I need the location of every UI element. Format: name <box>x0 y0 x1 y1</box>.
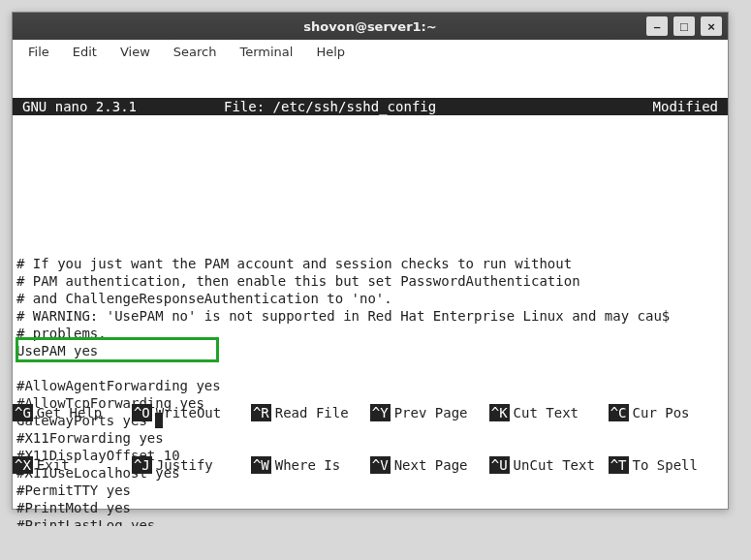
shortcut: ^UUnCut Text <box>489 456 609 474</box>
shortcut-label: Get Help <box>33 404 102 421</box>
nano-filename: File: /etc/ssh/sshd_config <box>137 98 653 115</box>
shortcut-key: ^R <box>251 404 271 421</box>
shortcut-key: ^V <box>370 456 391 474</box>
editor-line: # and ChallengeResponseAuthentication to… <box>16 290 724 307</box>
shortcut-label: Read File <box>271 404 349 421</box>
nano-version: GNU nano 2.3.1 <box>13 98 137 115</box>
shortcut-key: ^T <box>609 456 629 474</box>
close-button[interactable]: × <box>701 16 722 36</box>
editor-line: #PrintLastLog yes <box>16 516 724 526</box>
shortcut: ^XExit <box>13 456 132 474</box>
maximize-button[interactable]: □ <box>673 16 695 36</box>
editor-line: # WARNING: 'UsePAM no' is not supported … <box>16 307 724 325</box>
menu-search[interactable]: Search <box>164 43 227 61</box>
editor-line: # PAM authentication, then enable this b… <box>16 272 724 290</box>
shortcut-key: ^U <box>489 456 510 474</box>
shortcut: ^JJustify <box>132 456 251 474</box>
shortcut-label: Justify <box>152 456 213 474</box>
shortcut-key: ^Y <box>370 404 391 421</box>
shortcut-key: ^O <box>132 404 152 421</box>
shortcut: ^YPrev Page <box>370 404 489 421</box>
menu-edit[interactable]: Edit <box>63 43 107 61</box>
shortcut-key: ^C <box>609 404 629 421</box>
shortcut-key: ^G <box>13 404 33 421</box>
window-title: shovon@server1:~ <box>303 19 436 34</box>
menu-view[interactable]: View <box>110 43 160 61</box>
menu-help[interactable]: Help <box>306 43 355 61</box>
shortcut-key: ^J <box>132 456 152 474</box>
editor-line: UsePAM yes <box>16 342 724 359</box>
shortcut: ^VNext Page <box>370 456 489 474</box>
shortcut: ^GGet Help <box>13 404 132 421</box>
menu-file[interactable]: File <box>18 43 59 61</box>
shortcut: ^KCut Text <box>489 404 609 421</box>
shortcut-label: Cur Pos <box>629 404 690 421</box>
shortcut: ^RRead File <box>251 404 370 421</box>
minimize-button[interactable]: – <box>646 16 668 36</box>
shortcut-key: ^W <box>251 456 271 474</box>
nano-header: GNU nano 2.3.1 File: /etc/ssh/sshd_confi… <box>13 98 728 115</box>
shortcut-label: Cut Text <box>510 404 579 421</box>
shortcut-label: To Spell <box>629 456 698 474</box>
terminal-area[interactable]: GNU nano 2.3.1 File: /etc/ssh/sshd_confi… <box>13 63 728 509</box>
shortcut: ^CCur Pos <box>609 404 728 421</box>
shortcut-label: Where Is <box>271 456 340 474</box>
shortcut-label: Exit <box>33 456 70 474</box>
shortcut-key: ^K <box>489 404 510 421</box>
shortcut: ^WWhere Is <box>251 456 370 474</box>
menubar: File Edit View Search Terminal Help <box>13 40 728 63</box>
shortcut-key: ^X <box>13 456 33 474</box>
terminal-window: shovon@server1:~ – □ × File Edit View Se… <box>12 12 729 510</box>
editor-line: # problems. <box>16 325 724 342</box>
titlebar[interactable]: shovon@server1:~ – □ × <box>13 13 728 40</box>
menu-terminal[interactable]: Terminal <box>230 43 302 61</box>
shortcut-label: WriteOut <box>152 404 221 421</box>
shortcut-label: UnCut Text <box>510 456 595 474</box>
shortcut: ^OWriteOut <box>132 404 251 421</box>
shortcut-label: Prev Page <box>391 404 468 421</box>
nano-footer: ^GGet Help^OWriteOut^RRead File^YPrev Pa… <box>13 369 728 509</box>
nano-status: Modified <box>653 98 728 115</box>
shortcut-label: Next Page <box>391 456 468 474</box>
shortcut: ^TTo Spell <box>609 456 728 474</box>
window-controls: – □ × <box>646 16 722 36</box>
editor-line: # If you just want the PAM account and s… <box>16 255 724 272</box>
